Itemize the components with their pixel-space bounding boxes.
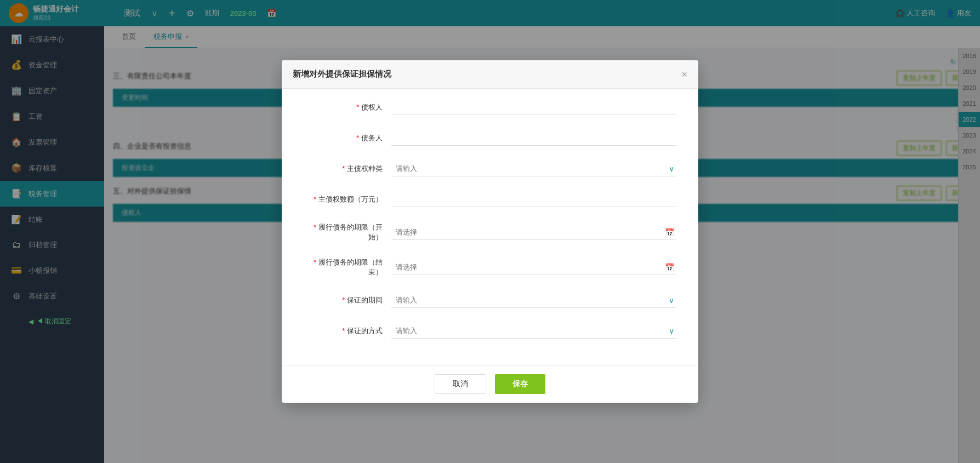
calendar-start-icon[interactable]: 📅 bbox=[665, 228, 676, 237]
field-debtor: * 债务人 bbox=[304, 130, 676, 146]
cancel-button[interactable]: 取消 bbox=[435, 374, 486, 394]
date-wrapper-end[interactable]: 📅 bbox=[391, 260, 676, 275]
label-debtor: * 债务人 bbox=[304, 133, 391, 143]
input-creditor[interactable] bbox=[391, 100, 676, 115]
field-guarantee-period: * 保证的期间 ∨ bbox=[304, 293, 676, 308]
input-period-end[interactable] bbox=[391, 260, 665, 275]
date-wrapper-start[interactable]: 📅 bbox=[391, 225, 676, 240]
chevron-down-icon-2: ∨ bbox=[669, 296, 676, 305]
modal-dialog: 新增对外提供保证担保情况 × * 债权人 * 债务人 bbox=[282, 60, 698, 403]
select-wrapper-guarantee-period[interactable]: ∨ bbox=[391, 293, 676, 308]
label-guarantee-period: * 保证的期间 bbox=[304, 295, 391, 305]
field-creditor: * 债权人 bbox=[304, 100, 676, 115]
save-button[interactable]: 保存 bbox=[495, 374, 545, 394]
label-period-start: * 履行债务的期限（开始） bbox=[304, 222, 391, 242]
label-debt-type: * 主债权种类 bbox=[304, 164, 391, 174]
label-creditor: * 债权人 bbox=[304, 102, 391, 112]
input-period-start[interactable] bbox=[391, 225, 665, 239]
modal-body: * 债权人 * 债务人 * 主债权种类 bbox=[282, 89, 698, 365]
modal-close-button[interactable]: × bbox=[681, 70, 687, 79]
modal-overlay: 新增对外提供保证担保情况 × * 债权人 * 债务人 bbox=[0, 0, 980, 463]
select-wrapper-guarantee-method[interactable]: ∨ bbox=[391, 323, 676, 339]
modal-footer: 取消 保存 bbox=[282, 365, 698, 403]
chevron-down-icon-3: ∨ bbox=[669, 327, 676, 335]
modal-title: 新增对外提供保证担保情况 bbox=[293, 69, 391, 79]
chevron-down-icon: ∨ bbox=[669, 164, 676, 173]
input-guarantee-method[interactable] bbox=[391, 323, 669, 338]
field-period-start: * 履行债务的期限（开始） 📅 bbox=[304, 222, 676, 242]
field-period-end: * 履行债务的期限（结束） 📅 bbox=[304, 258, 676, 277]
calendar-end-icon[interactable]: 📅 bbox=[665, 263, 676, 272]
field-debt-amount: * 主债权数额（万元） bbox=[304, 192, 676, 207]
input-guarantee-period[interactable] bbox=[391, 293, 669, 307]
input-debtor[interactable] bbox=[391, 130, 676, 146]
input-debt-type[interactable] bbox=[391, 161, 669, 176]
modal-header: 新增对外提供保证担保情况 × bbox=[282, 60, 698, 89]
select-wrapper-debt-type[interactable]: ∨ bbox=[391, 161, 676, 176]
field-debt-type: * 主债权种类 ∨ bbox=[304, 161, 676, 176]
label-guarantee-method: * 保证的方式 bbox=[304, 326, 391, 336]
input-debt-amount[interactable] bbox=[391, 192, 676, 207]
field-guarantee-method: * 保证的方式 ∨ bbox=[304, 323, 676, 339]
label-period-end: * 履行债务的期限（结束） bbox=[304, 258, 391, 277]
label-debt-amount: * 主债权数额（万元） bbox=[304, 195, 391, 204]
